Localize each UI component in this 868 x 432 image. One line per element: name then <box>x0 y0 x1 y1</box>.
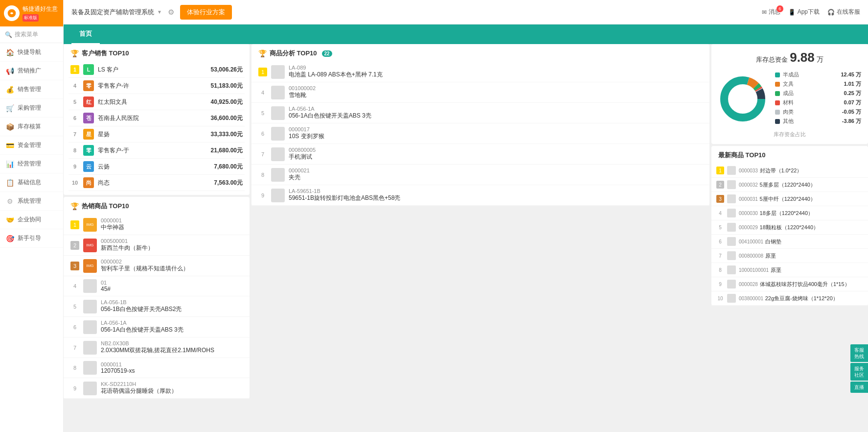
topbar: 装备及固定资产辅助管理系统 ▼ ⚙ 体验行业方案 ✉ 消息 6 📱 App下载 … <box>64 0 868 24</box>
list-item: 1 IMG 0000001 中华神器 <box>64 215 250 235</box>
customer-service-button[interactable]: 客服热线 <box>850 344 868 362</box>
product-info: 000800005 手机测试 <box>289 147 316 161</box>
product-image <box>271 189 285 202</box>
legend-dot <box>775 82 780 87</box>
product-info: LA-056-1A 056-1A白色按键开关盖ABS 3壳 <box>289 106 371 120</box>
message-icon: ✉ <box>762 9 767 16</box>
rank-number: 4 <box>258 88 267 97</box>
sidebar-item-label: 销售管理 <box>18 85 41 94</box>
sidebar-item-inventory[interactable]: 📦 库存核算 <box>0 118 63 136</box>
card-icon: 💳 <box>6 142 14 149</box>
middle-panel: 🏆 商品分析 TOP10 22 1 LA-089 电池盖 LA-089 ABS本… <box>250 44 711 432</box>
product-info: 0000001 中华神器 <box>101 217 124 232</box>
customer-amount: 36,600.00元 <box>211 114 243 122</box>
sidebar-item-label: 经营管理 <box>18 160 41 168</box>
trial-button[interactable]: 体验行业方案 <box>180 5 232 20</box>
rank-number: 8 <box>716 266 724 274</box>
product-info: KK-SD22110H 花语萌偶温分腿睡袋（厚款） <box>101 381 177 395</box>
sidebar-item-label: 营销推广 <box>18 67 41 75</box>
online-service-button[interactable]: 🎧 在线客服 <box>827 8 860 16</box>
app-download-label: App下载 <box>798 8 820 16</box>
nav-tabs: 首页 <box>64 24 868 44</box>
list-item: 8 0000021 夹壳 <box>251 165 709 185</box>
product-image <box>83 341 97 355</box>
livestream-button[interactable]: 直播 <box>850 382 868 393</box>
top-products-middle-list: 1 LA-089 电池盖 LA-089 ABS本色+黑种 7.1克 4 0010… <box>251 62 709 206</box>
service-community-button[interactable]: 服务社区 <box>850 363 868 381</box>
content-area: 🏆 客户销售 TOP10 1 L LS 客户 53,006.26元 4 零 零售… <box>64 44 868 432</box>
gear-settings-icon[interactable]: ⚙ <box>168 8 174 17</box>
left-panel: 🏆 客户销售 TOP10 1 L LS 客户 53,006.26元 4 零 零售… <box>64 44 250 432</box>
online-service-label: 在线客服 <box>837 8 860 16</box>
trophy-icon: 🏆 <box>258 49 267 57</box>
hot-products-list: 1 IMG 0000001 中华神器 2 IMG 000500001 新西兰牛肉… <box>64 215 250 399</box>
sidebar-item-purchase[interactable]: 🛒 采购管理 <box>0 99 63 118</box>
customer-name: 红太阳文具 <box>98 98 207 106</box>
customer-amount: 21,680.00元 <box>211 146 243 155</box>
fire-icon: 🏆 <box>70 202 79 210</box>
sidebar-item-collab[interactable]: 🤝 企业协同 <box>0 211 63 229</box>
customer-ranking-title: 🏆 客户销售 TOP10 <box>64 44 250 62</box>
rank-number: 6 <box>70 114 79 122</box>
dropdown-arrow-icon[interactable]: ▼ <box>157 9 162 15</box>
table-row: 7 星 星扬 33,333.00元 <box>69 126 245 143</box>
sidebar-item-sales[interactable]: 💰 销售管理 <box>0 80 63 99</box>
list-item: 5 0000029 18颗粒板（1220*2440） <box>711 220 868 235</box>
top-products-middle-title: 🏆 商品分析 TOP10 22 <box>251 44 709 62</box>
product-info: 10000100001 原垩 <box>739 266 781 274</box>
headset-icon: 🎧 <box>827 9 835 16</box>
product-image: IMG <box>83 259 97 273</box>
product-icon <box>727 251 736 260</box>
legend-dot <box>775 119 780 124</box>
search-label: 搜索菜单 <box>15 30 38 39</box>
inventory-footer: 库存资金占比 <box>718 131 861 138</box>
product-image: IMG <box>83 218 97 232</box>
logo-icon <box>4 5 20 21</box>
inventory-title: 库存总资金 <box>756 55 788 64</box>
cart-icon: 🛒 <box>6 104 14 112</box>
customer-ranking-card: 🏆 客户销售 TOP10 1 L LS 客户 53,006.26元 4 零 零售… <box>64 44 250 195</box>
target-icon: 🎯 <box>6 235 14 242</box>
rank-number: 5 <box>716 223 724 231</box>
sidebar-item-management[interactable]: 📊 经营管理 <box>0 155 63 173</box>
search-menu[interactable]: 🔍 搜索菜单 <box>0 26 63 43</box>
customer-name: 星扬 <box>98 130 207 139</box>
product-icon <box>727 294 736 303</box>
rank-number: 2 <box>716 181 724 189</box>
product-icon <box>727 280 736 288</box>
rank-number: 9 <box>70 162 79 171</box>
sidebar-item-guide[interactable]: 🎯 新手引导 <box>0 229 63 248</box>
list-item: 7 000800008 原垩 <box>711 249 868 263</box>
rank-number: 9 <box>258 191 267 200</box>
customer-amount: 51,183.00元 <box>211 82 243 90</box>
product-icon <box>727 237 736 246</box>
sidebar-item-label: 库存核算 <box>18 122 41 131</box>
product-image <box>271 147 285 161</box>
list-item: 4 01 45# <box>64 276 250 296</box>
legend-item: 半成品 12.45 万 <box>775 71 861 78</box>
rank-number: 6 <box>716 238 724 245</box>
inventory-chart-section: 半成品 12.45 万 文具 1.01 万 成品 0.25 万 <box>718 71 861 127</box>
tab-home[interactable]: 首页 <box>71 24 100 44</box>
sidebar-item-system[interactable]: ⚙ 系统管理 <box>0 192 63 211</box>
legend-item: 成品 0.25 万 <box>775 90 861 97</box>
table-row: 4 零 零售客户-许 51,183.00元 <box>69 78 245 94</box>
sidebar-item-quicknav[interactable]: 🏠 快捷导航 <box>0 43 63 62</box>
rank-number: 3 <box>70 262 79 270</box>
rank-number: 1 <box>258 68 267 76</box>
list-item: 4 001000002 雪地靴 <box>251 82 709 103</box>
table-row: 5 红 红太阳文具 40,925.00元 <box>69 94 245 110</box>
app-download-button[interactable]: 📱 App下载 <box>788 8 820 16</box>
rank-number: 1 <box>716 167 724 174</box>
sidebar-item-basic[interactable]: 📋 基础信息 <box>0 173 63 192</box>
notifications-button[interactable]: ✉ 消息 6 <box>762 8 780 16</box>
product-image <box>83 382 97 395</box>
sidebar-item-label: 新手引导 <box>18 234 41 242</box>
rank-number: 8 <box>70 146 79 155</box>
sidebar-item-marketing[interactable]: 📢 营销推广 <box>0 62 63 80</box>
right-panel: 库存总资金 9.88 万 <box>711 44 868 432</box>
sidebar-item-finance[interactable]: 💳 资金管理 <box>0 136 63 155</box>
product-image <box>83 300 97 313</box>
system-name-text: 装备及固定资产辅助管理系统 <box>71 8 154 17</box>
legend-item: 肉类 -0.05 万 <box>775 108 861 116</box>
